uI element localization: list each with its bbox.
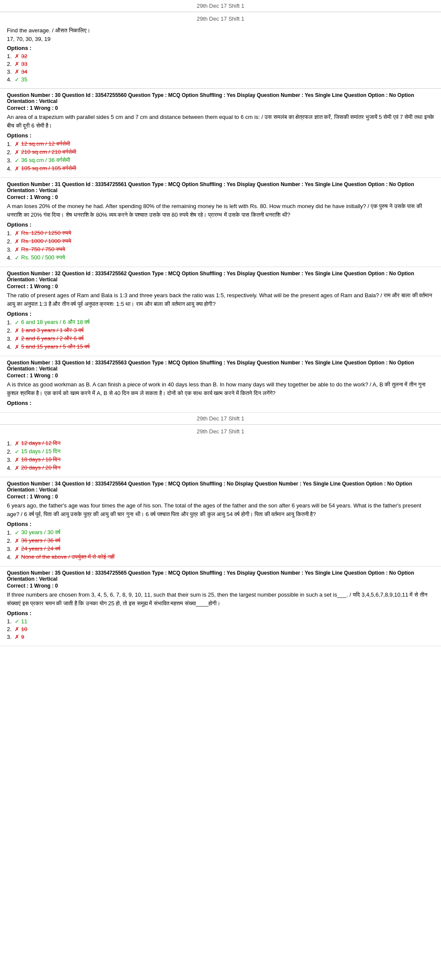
wrong-icon: ✗: [15, 344, 19, 350]
q33-text: A is thrice as good workman as B. A can …: [7, 380, 434, 397]
q32-options: 1. ✓ 6 and 18 years / 6 और 18 वर्ष2. ✗ 1…: [7, 319, 434, 350]
option-number: 3.: [7, 157, 15, 164]
wrong-icon: ✗: [15, 327, 19, 334]
option-text: 6 and 18 years / 6 और 18 वर्ष: [21, 319, 90, 326]
q30-correct-wrong: Correct : 1 Wrong : 0: [7, 105, 434, 111]
q32-correct-wrong: Correct : 1 Wrong : 0: [7, 283, 434, 289]
find-average-block: Find the average. / औसत निकालिए। 17, 70,…: [0, 24, 441, 88]
option-text: 36 years / 36 वर्ष: [21, 537, 60, 544]
option-text: 15 days / 15 दिन: [21, 448, 60, 455]
top-header: 29th Dec 17 Shift 1: [0, 0, 441, 12]
wrong-icon: ✗: [15, 440, 19, 447]
section-header-2: 29th Dec 17 Shift 1: [0, 413, 441, 425]
correct-icon: ✓: [15, 618, 19, 625]
q30-text: An area of a trapezium with parallel sid…: [7, 113, 434, 130]
q35-options: 1. ✓ 112. ✗ 103. ✗ 9: [7, 618, 434, 640]
option-number: 2.: [7, 238, 15, 245]
wrong-icon: ✗: [15, 626, 19, 632]
option-number: 1.: [7, 230, 15, 236]
correct-icon: ✓: [15, 157, 19, 164]
wrong-icon: ✗: [15, 336, 19, 342]
option-item: 2. ✗ 1 and 3 years / 1 और 3 वर्ष: [7, 327, 434, 334]
q31-text: A man loses 20% of the money he had. Aft…: [7, 202, 434, 219]
option-text: 2 and 6 years / 2 और 6 वर्ष: [21, 335, 84, 342]
option-item: 4. ✗ 105 sq.cm / 105 वर्गसेमी: [7, 165, 434, 172]
wrong-icon: ✗: [15, 68, 19, 75]
option-item: 1. ✗ Rs. 1250 / 1250 रुपये: [7, 230, 434, 236]
option-text: Rs. 500 / 500 रुपये: [21, 254, 65, 261]
option-number: 2.: [7, 327, 15, 334]
option-number: 3.: [7, 68, 15, 75]
option-text: 24 years / 24 वर्ष: [21, 545, 60, 552]
wrong-icon: ✗: [15, 238, 19, 245]
q34-correct-wrong: Correct : 1 Wrong : 0: [7, 494, 434, 500]
q34-options-label: Options :: [7, 521, 434, 527]
option-text: 105 sq.cm / 105 वर्गसेमी: [21, 165, 76, 172]
q31-correct-wrong: Correct : 1 Wrong : 0: [7, 194, 434, 200]
option-number: 1.: [7, 440, 15, 447]
wrong-icon: ✗: [15, 149, 19, 156]
correct-icon: ✓: [15, 529, 19, 536]
option-item: 1. ✓ 6 and 18 years / 6 और 18 वर्ष: [7, 319, 434, 326]
option-text: 12 sq.cm / 12 वर्गसेमी: [21, 140, 70, 147]
option-item: 3. ✗ Rs. 750 / 750 रुपये: [7, 246, 434, 253]
option-item: 1. ✗ 32: [7, 53, 434, 59]
option-number: 2.: [7, 448, 15, 455]
q33-correct-wrong: Correct : 1 Wrong : 0: [7, 373, 434, 379]
option-item: 4. ✗ 5 and 15 years / 5 और 15 वर्ष: [7, 343, 434, 350]
option-number: 4.: [7, 255, 15, 261]
option-item: 4. ✗ None of the above / उपर्युक्त में स…: [7, 554, 434, 560]
section-header-3: 29th Dec 17 Shift 1: [0, 425, 441, 436]
q34-text: 6 years ago, the father's age was four t…: [7, 501, 434, 518]
option-number: 3.: [7, 336, 15, 342]
wrong-icon: ✗: [15, 165, 19, 172]
question-35-block: Question Number : 35 Question Id : 33354…: [0, 566, 441, 646]
correct-icon: ✓: [15, 255, 19, 261]
option-item: 3. ✗ 18 days / 18 दिन: [7, 456, 434, 463]
question-33-options-block: 1. ✗ 12 days / 12 दिन2. ✓ 15 days / 15 द…: [0, 436, 441, 477]
wrong-icon: ✗: [15, 230, 19, 236]
option-number: 1.: [7, 529, 15, 536]
option-text: None of the above / उपर्युक्त में से कोई…: [21, 554, 115, 560]
q30-options: 1. ✗ 12 sq.cm / 12 वर्गसेमी2. ✗ 210 sq.c…: [7, 140, 434, 172]
option-item: 3. ✗ 2 and 6 years / 2 और 6 वर्ष: [7, 335, 434, 342]
option-number: 4.: [7, 554, 15, 560]
section-header-1: 29th Dec 17 Shift 1: [0, 12, 441, 24]
option-number: 3.: [7, 246, 15, 253]
option-item: 2. ✗ 33: [7, 61, 434, 67]
option-number: 2.: [7, 149, 15, 156]
option-text: Rs. 750 / 750 रुपये: [21, 246, 65, 253]
option-item: 3. ✗ 24 years / 24 वर्ष: [7, 545, 434, 552]
q34-meta: Question Number : 34 Question Id : 33354…: [7, 481, 434, 493]
option-item: 1. ✗ 12 days / 12 दिन: [7, 440, 434, 447]
option-text: Rs. 1000 / 1000 रुपये: [21, 238, 71, 245]
option-text: 36 sq.cm / 36 वर्गसेमी: [21, 157, 70, 164]
wrong-icon: ✗: [15, 61, 19, 67]
wrong-icon: ✗: [15, 246, 19, 253]
correct-icon: ✓: [15, 76, 19, 83]
wrong-icon: ✗: [15, 538, 19, 544]
option-item: 1. ✓ 30 years / 30 वर्ष: [7, 529, 434, 536]
option-text: 12 days / 12 दिन: [21, 440, 60, 447]
option-text: 5 and 15 years / 5 और 15 वर्ष: [21, 343, 90, 350]
option-text: 35: [21, 76, 27, 83]
option-number: 3.: [7, 546, 15, 552]
option-text: 9: [21, 634, 24, 640]
wrong-icon: ✗: [15, 634, 19, 640]
option-number: 4.: [7, 344, 15, 350]
question-31-block: Question Number : 31 Question Id : 33354…: [0, 178, 441, 267]
option-number: 1.: [7, 141, 15, 147]
option-text: 33: [21, 61, 27, 67]
option-text: Rs. 1250 / 1250 रुपये: [21, 230, 71, 236]
option-number: 2.: [7, 61, 15, 67]
option-number: 1.: [7, 53, 15, 59]
question-30-block: Question Number : 30 Question Id : 33547…: [0, 89, 441, 178]
q35-options-label: Options :: [7, 610, 434, 616]
option-item: 1. ✗ 12 sq.cm / 12 वर्गसेमी: [7, 140, 434, 147]
q35-text: If three numbers are chosen from 3, 4, 5…: [7, 591, 434, 607]
option-text: 11: [21, 618, 27, 625]
q31-meta: Question Number : 31 Question Id : 33354…: [7, 181, 434, 193]
correct-icon: ✓: [15, 319, 19, 326]
option-text: 20 days / 20 दिन: [21, 464, 60, 471]
option-number: 3.: [7, 634, 15, 640]
